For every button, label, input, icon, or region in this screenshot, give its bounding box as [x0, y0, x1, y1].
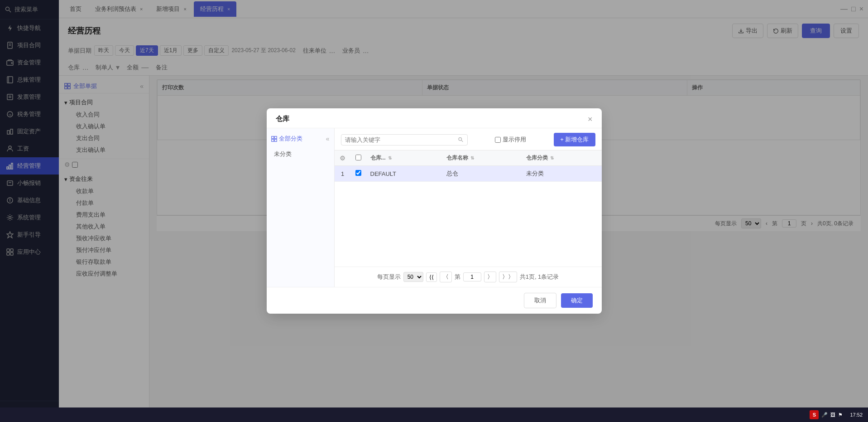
- dialog-overlay: 仓库 × 全部分类 « 未分类: [0, 0, 868, 422]
- dialog-total: 共1页, 1条记录: [520, 273, 559, 281]
- win-taskbar-icon-mic[interactable]: 🎤: [821, 412, 828, 418]
- dialog-show-disabled-checkbox[interactable]: [495, 137, 501, 143]
- dialog-table-row[interactable]: 1 DEFAULT 总仓 未分类: [335, 166, 602, 182]
- dialog-footer: 取消 确定: [267, 287, 602, 314]
- dialog-search-icon: [458, 136, 464, 143]
- dialog-first-page[interactable]: ⟨⟨: [426, 272, 437, 282]
- dialog-row-code: DEFAULT: [366, 166, 442, 182]
- svg-rect-37: [271, 139, 273, 141]
- dialog-col-category: 仓库分类 ⇅: [522, 150, 601, 166]
- dialog-row-checkbox[interactable]: [355, 170, 361, 176]
- sort-category-icon[interactable]: ⇅: [550, 155, 554, 160]
- dialog-body: 全部分类 « 未分类 显示停用: [267, 128, 602, 287]
- dialog-title: 仓库: [276, 115, 289, 123]
- dialog-next-page[interactable]: 〉: [484, 272, 496, 282]
- add-warehouse-button[interactable]: + 新增仓库: [554, 133, 595, 146]
- sort-name-icon[interactable]: ⇅: [470, 155, 474, 160]
- dialog-gear-icon[interactable]: ⚙: [340, 155, 345, 162]
- dialog-page-label: 第: [455, 273, 460, 281]
- dialog-pagination: 每页显示 50 ⟨⟨ 〈 第 〉 〉〉 共1页, 1条记录: [335, 267, 602, 287]
- dialog-page-input[interactable]: [463, 272, 481, 281]
- dialog-close-button[interactable]: ×: [588, 115, 593, 123]
- dialog-table-container: ⚙ 仓库... ⇅ 仓库名称: [335, 150, 602, 182]
- dialog-sidebar-collapse[interactable]: «: [326, 135, 330, 142]
- dialog-table: ⚙ 仓库... ⇅ 仓库名称: [335, 150, 602, 182]
- svg-rect-36: [274, 136, 277, 138]
- dialog-sidebar-uncategorized-label: 未分类: [274, 150, 292, 158]
- svg-rect-38: [274, 139, 277, 141]
- dialog-sidebar-uncategorized[interactable]: 未分类: [267, 146, 334, 162]
- dialog-col-name-label: 仓库名称: [446, 155, 468, 161]
- dialog-content: 显示停用 + 新增仓库 ⚙: [335, 128, 602, 287]
- win-taskbar-icon-img[interactable]: 🖼: [830, 412, 835, 417]
- dialog-search-input[interactable]: [345, 136, 455, 143]
- sort-code-icon[interactable]: ⇅: [388, 155, 392, 160]
- dialog-last-page[interactable]: 〉〉: [499, 272, 517, 282]
- dialog-col-category-label: 仓库分类: [526, 155, 548, 161]
- dialog-row-checkbox-cell: [351, 166, 366, 182]
- dialog-row-num: 1: [335, 166, 351, 182]
- dialog-sidebar: 全部分类 « 未分类: [267, 128, 335, 287]
- dialog-show-disabled-text: 显示停用: [503, 136, 526, 144]
- confirm-button[interactable]: 确定: [561, 293, 593, 308]
- add-warehouse-label: + 新增仓库: [560, 136, 589, 144]
- dialog-page-size-select[interactable]: 50: [403, 272, 423, 282]
- svg-rect-35: [271, 136, 273, 138]
- dialog-toolbar: 显示停用 + 新增仓库: [335, 133, 602, 150]
- dialog-select-all[interactable]: [355, 155, 361, 160]
- dialog-header: 仓库 ×: [267, 108, 602, 128]
- win-taskbar-icon-s[interactable]: S: [810, 410, 819, 419]
- dialog-page-size-label: 每页显示: [377, 273, 401, 281]
- dialog-show-disabled-label[interactable]: 显示停用: [495, 136, 526, 144]
- dialog-row-name: 总仓: [442, 166, 522, 182]
- dialog-col-code: 仓库... ⇅: [366, 150, 442, 166]
- grid-icon-small: [271, 136, 277, 142]
- svg-line-40: [461, 141, 463, 142]
- dialog-col-checkbox: [351, 150, 366, 166]
- svg-point-39: [459, 138, 461, 141]
- dialog-search-box: [341, 134, 468, 146]
- dialog-row-category: 未分类: [522, 166, 601, 182]
- win-taskbar: S 🎤 🖼 ⚑ 17:52: [0, 407, 868, 422]
- win-taskbar-icons: S 🎤 🖼 ⚑: [810, 410, 843, 419]
- win-taskbar-icon-filter[interactable]: ⚑: [838, 412, 843, 418]
- dialog-col-name: 仓库名称 ⇅: [442, 150, 522, 166]
- dialog-prev-page[interactable]: 〈: [440, 272, 452, 282]
- warehouse-dialog: 仓库 × 全部分类 « 未分类: [267, 108, 602, 314]
- cancel-button[interactable]: 取消: [524, 293, 556, 308]
- dialog-col-gear: ⚙: [335, 150, 351, 166]
- dialog-all-category-label: 全部分类: [279, 135, 302, 143]
- dialog-all-category[interactable]: 全部分类: [271, 135, 302, 143]
- win-taskbar-time: 17:52: [850, 412, 863, 417]
- dialog-col-code-label: 仓库...: [370, 155, 386, 161]
